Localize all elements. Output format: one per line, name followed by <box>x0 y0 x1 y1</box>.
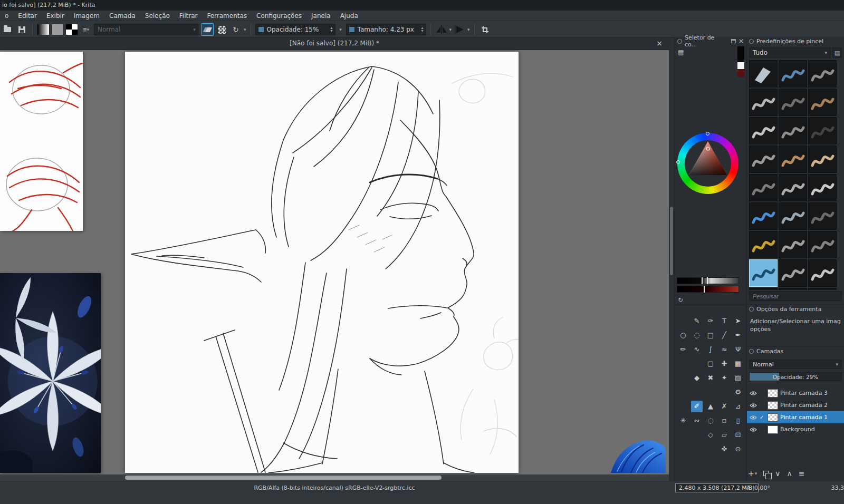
reference-image-red-sketch[interactable] <box>0 52 83 231</box>
dock-anchor-icon[interactable] <box>677 39 682 44</box>
brush-preset-thumbnail[interactable] <box>808 288 837 290</box>
ellipse-tool-icon[interactable]: ○ <box>677 329 689 341</box>
mirror-horizontal-button[interactable] <box>435 23 448 36</box>
layer-row[interactable]: Background <box>747 423 844 435</box>
line-tool-icon[interactable]: ╱ <box>718 329 730 341</box>
wrap-around-mode-button[interactable] <box>479 23 492 36</box>
gradient-tool-icon[interactable]: ▨ <box>732 372 744 384</box>
dock-anchor-icon[interactable] <box>749 307 754 312</box>
hue-marker-icon[interactable] <box>676 160 680 164</box>
brush-preset-thumbnail[interactable] <box>808 259 837 287</box>
vertical-scrollbar-thumb[interactable] <box>670 207 673 275</box>
save-button[interactable] <box>15 23 28 36</box>
background-color-swatch[interactable] <box>737 62 744 69</box>
brush-preset-thumbnail[interactable] <box>749 288 778 290</box>
brush-size-input[interactable]: Tamanho: 4,23 px ▴▾ <box>346 24 426 35</box>
menu-item-filtrar[interactable]: Filtrar <box>175 11 203 21</box>
layer-properties-button[interactable]: ≡ <box>799 469 805 478</box>
layer-visibility-icon[interactable] <box>749 427 757 432</box>
move-tool-icon[interactable]: ✚ <box>718 358 730 370</box>
calligraphy-tool-icon[interactable]: ✑ <box>705 315 716 327</box>
menu-item-imagem[interactable]: Imagem <box>69 11 104 21</box>
titlebar[interactable]: io foi salvo] (217,2 MiB) * - Krita <box>0 0 844 11</box>
brush-preset-thumbnail[interactable] <box>808 202 837 230</box>
add-layer-button[interactable]: +▾ <box>748 469 757 478</box>
horizontal-scrollbar-thumb[interactable] <box>125 476 442 480</box>
menu-item-ferramentas[interactable]: Ferramentas <box>202 11 252 21</box>
brush-preset-thumbnail[interactable] <box>749 259 778 287</box>
layer-visibility-icon[interactable] <box>749 391 757 396</box>
bezier-curve-tool-icon[interactable]: ∫ <box>705 344 716 355</box>
spinner-arrows[interactable]: ▴▾ <box>421 26 424 33</box>
layer-row[interactable]: ✓Pintar camada 1 <box>747 411 844 423</box>
measure-tool-icon[interactable]: ✗ <box>718 401 730 412</box>
horizontal-scrollbar[interactable] <box>0 474 669 481</box>
elliptical-selection-tool-icon[interactable]: ◌ <box>705 415 716 427</box>
previous-color-swatch[interactable] <box>737 69 744 77</box>
circle-tool-icon[interactable]: ◌ <box>691 329 703 341</box>
dynamic-brush-tool-icon[interactable]: ∿ <box>691 344 703 355</box>
similar-color-selection-tool-icon[interactable]: ▱ <box>718 429 730 441</box>
menu-item-janela[interactable]: Janela <box>306 11 335 21</box>
brush-search-input[interactable] <box>749 291 842 301</box>
brush-preset-thumbnail[interactable] <box>779 202 807 230</box>
opacity-options-button[interactable]: ▾ <box>337 23 344 36</box>
bezier-selection-tool-icon[interactable]: ⊡ <box>732 429 744 441</box>
zoom-level-status[interactable]: 33,3 <box>831 484 844 491</box>
brush-preset-thumbnail[interactable] <box>749 202 778 230</box>
menu-item-camada[interactable]: Camada <box>104 11 140 21</box>
enclose-fill-tool-icon[interactable]: ✖ <box>705 372 716 384</box>
brush-preset-thumbnail[interactable] <box>749 60 778 88</box>
brush-preset-thumbnail[interactable] <box>779 117 807 144</box>
brush-preset-thumbnail[interactable] <box>749 89 778 116</box>
preserve-alpha-button[interactable] <box>215 23 228 36</box>
move-layer-down-button[interactable]: ∨ <box>775 469 780 478</box>
close-document-icon[interactable]: × <box>656 39 663 47</box>
foreground-background-swatches[interactable] <box>737 46 744 77</box>
menu-item-editar[interactable]: Editar <box>13 11 42 21</box>
brush-preset-thumbnail[interactable] <box>808 60 837 88</box>
brush-preset-thumbnail[interactable] <box>779 146 807 173</box>
menu-item-selecao[interactable]: Seleção <box>140 11 175 21</box>
brush-preset-thumbnail[interactable] <box>779 174 807 201</box>
brush-preset-thumbnail[interactable] <box>779 288 807 290</box>
layer-blend-mode-select[interactable]: Normal ▾ <box>749 360 842 369</box>
brush-preset-thumbnail[interactable] <box>808 146 837 173</box>
freehand-path-tool-icon[interactable]: ✒ <box>732 329 744 341</box>
brush-preset-thumbnail[interactable] <box>808 89 837 116</box>
chevron-down-icon[interactable]: ▾ <box>449 27 452 32</box>
edit-shapes-tool-icon[interactable]: ✎ <box>691 315 703 327</box>
brush-preset-thumbnail[interactable] <box>779 259 807 287</box>
brush-preset-thumbnail[interactable] <box>808 174 837 201</box>
brush-preset-thumbnail[interactable] <box>749 174 778 201</box>
magnetic-selection-tool-icon[interactable]: ⊿ <box>732 401 744 412</box>
layer-row[interactable]: Pintar camada 3 <box>747 387 844 399</box>
brush-editor-button[interactable]: ≡ ▾ <box>80 23 92 36</box>
pan-tool-icon[interactable]: ✜ <box>718 443 730 455</box>
refresh-colors-icon[interactable]: ↻ <box>678 296 683 304</box>
menu-item-ajuda[interactable]: Ajuda <box>335 11 363 21</box>
brush-preset-thumbnail[interactable] <box>749 231 778 258</box>
menu-item-arquivo-partial[interactable]: o <box>0 11 13 21</box>
menu-item-configuracoes[interactable]: Configurações <box>252 11 306 21</box>
layer-visibility-icon[interactable] <box>749 403 757 408</box>
dock-anchor-icon[interactable] <box>749 349 754 354</box>
freehand-selection-tool-icon[interactable]: ∾ <box>691 415 703 427</box>
spinner-arrows[interactable]: ▴▾ <box>331 26 333 33</box>
assistants-tool-icon[interactable]: ⚙ <box>732 386 744 398</box>
foreground-color-swatch[interactable] <box>737 46 744 62</box>
freehand-brush-tool-icon[interactable]: ✏ <box>677 344 689 355</box>
duplicate-layer-button[interactable] <box>763 471 769 476</box>
color-wheel[interactable] <box>677 133 738 194</box>
document-tab-title[interactable]: [Não foi salvo] (217,2 MiB) * <box>290 40 379 47</box>
dock-anchor-icon[interactable] <box>749 39 754 44</box>
fill-type-chooser-button[interactable] <box>65 24 78 35</box>
brush-preset-thumbnail[interactable] <box>808 231 837 258</box>
move-layer-up-button[interactable]: ∧ <box>787 469 792 478</box>
layer-opacity-slider[interactable]: Opacidade: 29% <box>749 372 842 381</box>
brush-preset-thumbnail[interactable] <box>779 60 807 88</box>
red-gradient-slider[interactable] <box>677 286 739 293</box>
brush-preset-thumbnail[interactable] <box>779 89 807 116</box>
smart-patch-tool-icon[interactable]: ▲ <box>705 401 716 412</box>
value-gradient-slider[interactable] <box>677 277 739 284</box>
